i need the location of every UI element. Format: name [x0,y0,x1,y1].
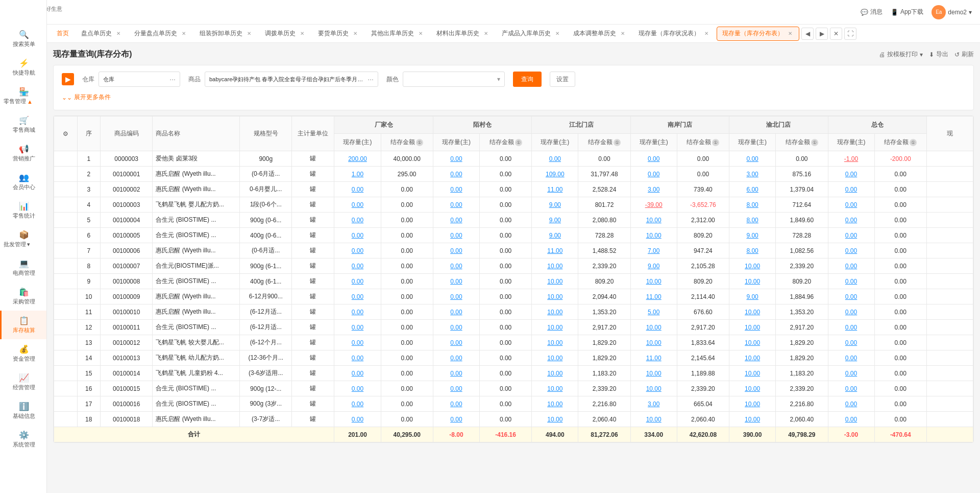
row-nanan-qty[interactable]: -39.00 [630,197,677,213]
row-nanan-qty[interactable]: 0.00 [630,167,677,182]
row-total-qty[interactable]: 0.00 [828,381,874,396]
row-jiangbei-qty[interactable]: 10.00 [532,320,578,335]
row-mucun-qty[interactable]: 0.00 [433,243,479,259]
row-gear[interactable] [54,167,78,182]
row-total-qty[interactable]: 0.00 [828,350,874,366]
close-tab-transfer[interactable]: ✕ [299,30,306,37]
row-gear[interactable] [54,274,78,289]
row-yubei-qty[interactable]: 10.00 [729,396,776,412]
factory-amt-info[interactable]: ① [416,139,423,146]
warehouse-input[interactable]: 仓库 ··· [99,72,180,87]
sidebar-item-retail-mgmt[interactable]: 🏪 零售管理 ▲ [0,82,46,110]
close-tab-bundle[interactable]: ✕ [246,30,253,37]
row-jiangbei-qty[interactable]: 9.00 [532,228,578,243]
tab-prev-btn[interactable]: ◀ [801,28,814,40]
row-nanan-qty[interactable]: 10.00 [630,381,677,396]
sidebar-item-basic-info[interactable]: ℹ️ 基础信息 [0,396,46,425]
row-nanan-qty[interactable]: 10.00 [630,213,677,228]
jiangbei-amt-info[interactable]: ① [614,139,621,146]
row-jiangbei-qty[interactable]: 10.00 [532,381,578,396]
row-nanan-qty[interactable]: 10.00 [630,274,677,289]
tab-stocktake[interactable]: 盘点单历史 ✕ [76,27,128,41]
row-total-qty[interactable]: -1.00 [828,151,874,167]
row-factory-qty[interactable]: 0.00 [334,274,381,289]
query-btn[interactable]: 查询 [513,72,542,87]
row-total-qty[interactable]: 0.00 [828,213,874,228]
user-menu[interactable]: Ea demo2 ▾ [932,5,972,19]
gear-header[interactable]: ⚙ [54,116,78,151]
sidebar-item-shortcut[interactable]: ⚡ 快捷导航 [0,53,46,82]
close-tab-product-in[interactable]: ✕ [554,30,561,37]
row-yubei-qty[interactable]: 10.00 [729,259,776,274]
row-nanan-qty[interactable]: 11.00 [630,289,677,304]
sidebar-item-marketing[interactable]: 📢 营销推广 [0,139,46,168]
row-total-qty[interactable]: 0.00 [828,167,874,182]
nanan-amt-info[interactable]: ① [712,139,719,146]
row-jiangbei-qty[interactable]: 10.00 [532,304,578,320]
row-factory-qty[interactable]: 0.00 [334,366,381,381]
toggle-search-btn[interactable]: ▶ [62,73,74,85]
row-factory-qty[interactable]: 0.00 [334,350,381,366]
row-mucun-qty[interactable]: 0.00 [433,167,479,182]
tab-stock-status[interactable]: 现存量（库存状况表） ✕ [633,27,716,41]
row-total-qty[interactable]: 0.00 [828,259,874,274]
row-nanan-qty[interactable]: 10.00 [630,228,677,243]
row-nanan-qty[interactable]: 10.00 [630,366,677,381]
row-nanan-qty[interactable]: 10.00 [630,412,677,427]
total-amt-info[interactable]: ① [910,139,917,146]
row-mucun-qty[interactable]: 0.00 [433,320,479,335]
row-mucun-qty[interactable]: 0.00 [433,366,479,381]
row-total-qty[interactable]: 0.00 [828,320,874,335]
tab-material-out[interactable]: 材料出库单历史 ✕ [431,27,495,41]
row-yubei-qty[interactable]: 8.00 [729,197,776,213]
sidebar-item-finance[interactable]: 💰 资金管理 [0,339,46,368]
row-factory-qty[interactable]: 0.00 [334,320,381,335]
setting-btn[interactable]: 设置 [550,72,575,87]
sidebar-item-purchase[interactable]: 🛍️ 采购管理 [0,282,46,311]
row-yubei-qty[interactable]: 10.00 [729,350,776,366]
row-factory-qty[interactable]: 0.00 [334,396,381,412]
row-factory-qty[interactable]: 0.00 [334,304,381,320]
row-jiangbei-qty[interactable]: 10.00 [532,412,578,427]
close-tab-requisition[interactable]: ✕ [352,30,359,37]
gear-icon[interactable]: ⚙ [63,130,68,137]
row-factory-qty[interactable]: 0.00 [334,197,381,213]
row-total-qty[interactable]: 0.00 [828,289,874,304]
row-jiangbei-qty[interactable]: 109.00 [532,167,578,182]
row-total-qty[interactable]: 0.00 [828,197,874,213]
row-yubei-qty[interactable]: 10.00 [729,366,776,381]
row-gear[interactable] [54,412,78,427]
row-mucun-qty[interactable]: 0.00 [433,213,479,228]
row-factory-qty[interactable]: 0.00 [334,243,381,259]
row-nanan-qty[interactable]: 9.00 [630,259,677,274]
row-mucun-qty[interactable]: 0.00 [433,350,479,366]
row-yubei-qty[interactable]: 10.00 [729,335,776,350]
sidebar-item-operation[interactable]: 📈 经营管理 [0,368,46,396]
tab-product-in[interactable]: 产成品入库单历史 ✕ [496,27,567,41]
row-yubei-qty[interactable]: 9.00 [729,289,776,304]
row-mucun-qty[interactable]: 0.00 [433,335,479,350]
row-factory-qty[interactable]: 0.00 [334,412,381,427]
row-yubei-qty[interactable]: 10.00 [729,320,776,335]
tab-close-all-btn[interactable]: ✕ [830,28,842,40]
sidebar-item-wholesale[interactable]: 📦 批发管理 ▾ [0,225,46,253]
goods-input[interactable]: babycare孕妇待产包 春季入院全套母子组合孕妇产后冬季月子用品 22件套 … [205,72,378,87]
row-total-qty[interactable]: 0.00 [828,304,874,320]
row-factory-qty[interactable]: 0.00 [334,381,381,396]
row-gear[interactable] [54,304,78,320]
row-total-qty[interactable]: 0.00 [828,335,874,350]
row-gear[interactable] [54,396,78,412]
export-btn[interactable]: ⬇ 导出 [929,50,948,59]
row-mucun-qty[interactable]: 0.00 [433,151,479,167]
row-nanan-qty[interactable]: 5.00 [630,304,677,320]
close-tab-material-out[interactable]: ✕ [482,30,489,37]
close-tab-stocktake[interactable]: ✕ [115,30,122,37]
row-gear[interactable] [54,381,78,396]
row-yubei-qty[interactable]: 8.00 [729,243,776,259]
close-tab-cost-adjust[interactable]: ✕ [619,30,626,37]
row-gear[interactable] [54,335,78,350]
tab-bundle-disassembly[interactable]: 组装拆卸单历史 ✕ [194,27,258,41]
row-nanan-qty[interactable]: 3.00 [630,182,677,197]
row-nanan-qty[interactable]: 10.00 [630,335,677,350]
row-jiangbei-qty[interactable]: 11.00 [532,182,578,197]
